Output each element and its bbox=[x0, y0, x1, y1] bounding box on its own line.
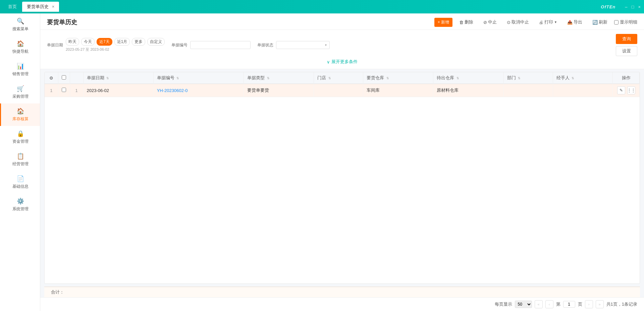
sort-pending-warehouse-icon: ⇅ bbox=[457, 77, 459, 80]
date-btn-yesterday[interactable]: 昨天 bbox=[66, 38, 79, 46]
query-button[interactable]: 查询 bbox=[616, 34, 637, 44]
select-all-checkbox[interactable] bbox=[62, 75, 66, 80]
th-department[interactable]: 部门 ⇅ bbox=[503, 72, 553, 84]
cancel-stop-button[interactable]: ⊙ 取消中止 bbox=[503, 17, 532, 27]
sidebar-label-finance: 资金管理 bbox=[12, 139, 29, 144]
th-store[interactable]: 门店 ⇅ bbox=[314, 72, 363, 84]
display-detail-checkbox[interactable] bbox=[614, 20, 619, 25]
content-area: 要货单历史 + 新增 🗑 删除 ⊘ 中止 ⊙ 取消中止 🖨 打印 bbox=[40, 13, 644, 311]
th-store-label: 门店 bbox=[317, 75, 326, 80]
window-close-btn[interactable]: × bbox=[638, 4, 641, 9]
page-size-label: 每页显示 bbox=[495, 301, 512, 307]
docno-input[interactable] bbox=[190, 41, 251, 49]
expand-more-btn[interactable]: ∨ 展开更多条件 bbox=[47, 59, 637, 65]
date-btn-1month[interactable]: 近1月 bbox=[114, 38, 130, 46]
settings-button[interactable]: 设置 bbox=[616, 46, 637, 56]
last-page-btn[interactable]: » bbox=[596, 300, 604, 308]
th-doc-no-label: 单据编号 bbox=[157, 75, 174, 80]
th-doc-no[interactable]: 单据编号 ⇅ bbox=[153, 72, 244, 84]
doc-status-filter-group: 单据状态 bbox=[257, 41, 330, 49]
stop-button[interactable]: ⊘ 中止 bbox=[480, 17, 500, 27]
delete-label: 删除 bbox=[465, 19, 473, 25]
page-input-prefix: 第 bbox=[556, 301, 560, 307]
first-page-btn[interactable]: « bbox=[535, 300, 543, 308]
print-dropdown-icon: ▼ bbox=[554, 20, 557, 24]
th-handler[interactable]: 经手人 ⇅ bbox=[553, 72, 612, 84]
expand-more-icon: ∨ bbox=[327, 59, 330, 64]
cancel-stop-label: 取消中止 bbox=[512, 19, 529, 25]
new-button[interactable]: + 新增 bbox=[434, 18, 452, 27]
sidebar-item-purchase[interactable]: 🛒 采购管理 bbox=[0, 81, 40, 103]
sidebar-label-search-menu: 搜索菜单 bbox=[12, 26, 29, 32]
th-req-warehouse[interactable]: 要货仓库 ⇅ bbox=[363, 72, 433, 84]
td-doc-type: 要货单要货 bbox=[244, 84, 314, 97]
doc-no-link[interactable]: YH-20230602-0 bbox=[157, 88, 188, 93]
pagination-bar: 每页显示 20 50 100 « ‹ 第 1 页 › » 共1页，1条记录 bbox=[40, 297, 644, 311]
date-btn-more[interactable]: 更多 bbox=[132, 38, 145, 46]
sidebar: 🔍 搜索菜单 🏠 快捷导航 📊 销售管理 🛒 采购管理 🏠 库存核算 🔒 资金管… bbox=[0, 13, 40, 311]
th-pending-warehouse[interactable]: 待出仓库 ⇅ bbox=[433, 72, 503, 84]
sidebar-item-sales[interactable]: 📊 销售管理 bbox=[0, 58, 40, 81]
page-size-select[interactable]: 20 50 100 bbox=[515, 301, 532, 308]
sidebar-item-operation[interactable]: 📋 经营管理 bbox=[0, 148, 40, 171]
doc-status-select[interactable] bbox=[276, 41, 330, 49]
print-icon: 🖨 bbox=[539, 20, 543, 25]
td-ops: ✎ ⋮⋮ bbox=[613, 84, 640, 97]
delete-button[interactable]: 🗑 删除 bbox=[456, 17, 477, 27]
th-settings[interactable]: ⚙ bbox=[45, 72, 58, 84]
sidebar-item-search-menu[interactable]: 🔍 搜索菜单 bbox=[0, 13, 40, 36]
sidebar-label-purchase: 采购管理 bbox=[12, 94, 29, 99]
sidebar-item-inventory[interactable]: 🏠 库存核算 bbox=[0, 103, 40, 126]
export-button[interactable]: 📤 导出 bbox=[564, 17, 586, 27]
display-detail-toggle[interactable]: 显示明细 bbox=[614, 19, 637, 25]
tab-order-history[interactable]: 要货单历史 × bbox=[22, 2, 59, 12]
page-input[interactable]: 1 bbox=[563, 301, 575, 308]
print-button[interactable]: 🖨 打印 ▼ bbox=[536, 17, 560, 27]
op-more-btn[interactable]: ⋮⋮ bbox=[627, 86, 635, 94]
th-doc-date-label: 单据日期 bbox=[87, 75, 104, 80]
th-doc-date[interactable]: 单据日期 ⇅ bbox=[83, 72, 153, 84]
date-btn-today[interactable]: 今天 bbox=[81, 38, 95, 46]
th-doc-type-label: 单据类型 bbox=[247, 75, 265, 80]
main-layout: 🔍 搜索菜单 🏠 快捷导航 📊 销售管理 🛒 采购管理 🏠 库存核算 🔒 资金管… bbox=[0, 13, 644, 311]
tab-home[interactable]: 首页 bbox=[3, 2, 21, 12]
page-header: 要货单历史 + 新增 🗑 删除 ⊘ 中止 ⊙ 取消中止 🖨 打印 bbox=[40, 13, 644, 30]
th-doc-type[interactable]: 单据类型 ⇅ bbox=[244, 72, 314, 84]
td-doc-no: YH-20230602-0 bbox=[153, 84, 244, 97]
summary-label: 合计： bbox=[51, 290, 64, 295]
prev-page-btn[interactable]: ‹ bbox=[545, 300, 553, 308]
date-btn-7days[interactable]: 近7天 bbox=[97, 38, 112, 46]
finance-icon: 🔒 bbox=[17, 130, 24, 137]
logo-text: OfTEn bbox=[601, 4, 615, 9]
sidebar-label-system: 系统管理 bbox=[12, 206, 29, 212]
date-range-text: 2023-05-27 至 2023-06-02 bbox=[66, 47, 165, 52]
date-btn-custom[interactable]: 自定义 bbox=[147, 38, 165, 46]
sales-icon: 📊 bbox=[17, 62, 24, 70]
window-controls: OfTEn – □ × bbox=[601, 4, 641, 9]
sidebar-item-system[interactable]: ⚙️ 系统管理 bbox=[0, 193, 40, 216]
window-minimize-btn[interactable]: – bbox=[625, 4, 627, 9]
sort-department-icon: ⇅ bbox=[518, 77, 521, 80]
sidebar-item-quick-nav[interactable]: 🏠 快捷导航 bbox=[0, 36, 40, 58]
window-maximize-btn[interactable]: □ bbox=[632, 4, 634, 9]
op-edit-btn[interactable]: ✎ bbox=[617, 86, 625, 94]
sidebar-item-finance[interactable]: 🔒 资金管理 bbox=[0, 126, 40, 148]
td-checkbox bbox=[58, 84, 70, 97]
stop-icon: ⊘ bbox=[483, 20, 487, 25]
data-table: ⚙ 单据日期 ⇅ 单据编号 ⇅ bbox=[45, 72, 640, 97]
system-icon: ⚙️ bbox=[17, 197, 24, 205]
th-department-label: 部门 bbox=[507, 75, 516, 80]
refresh-label: 刷新 bbox=[599, 19, 607, 25]
th-pending-warehouse-label: 待出仓库 bbox=[437, 75, 454, 80]
expand-more-label: 展开更多条件 bbox=[331, 59, 358, 65]
th-handler-label: 经手人 bbox=[556, 75, 570, 80]
sidebar-item-base-info[interactable]: 📄 基础信息 bbox=[0, 171, 40, 193]
row-checkbox[interactable] bbox=[62, 88, 66, 92]
date-filter-group: 单据日期 昨天 今天 近7天 近1月 更多 自定义 2023-05-27 至 2… bbox=[47, 38, 165, 52]
refresh-button[interactable]: 🔄 刷新 bbox=[589, 17, 611, 27]
tab-close-icon[interactable]: × bbox=[52, 4, 55, 9]
next-page-btn[interactable]: › bbox=[585, 300, 593, 308]
delete-icon: 🗑 bbox=[459, 20, 464, 25]
td-index: 1 bbox=[45, 84, 58, 97]
td-doc-date: 2023-06-02 bbox=[83, 84, 153, 97]
